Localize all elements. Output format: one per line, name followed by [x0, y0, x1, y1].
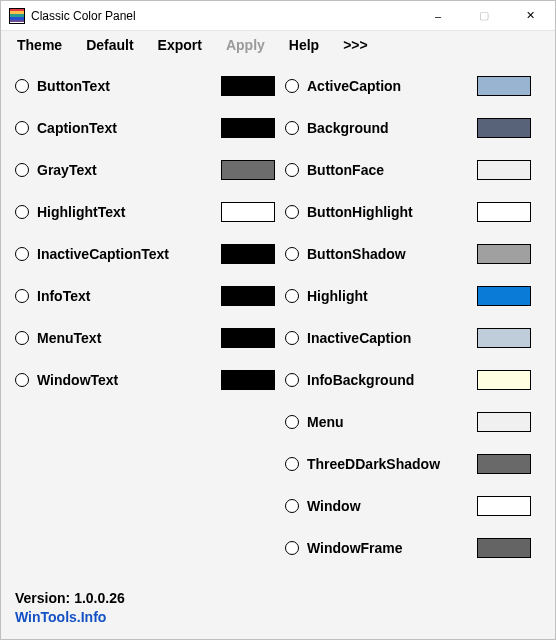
radio-inactivecaption[interactable] — [285, 331, 299, 345]
swatch-inactivecaptiontext[interactable] — [221, 244, 275, 264]
radio-menutext[interactable] — [15, 331, 29, 345]
label-buttonhighlight: ButtonHighlight — [307, 204, 413, 220]
titlebar: Classic Color Panel – ▢ ✕ — [1, 1, 555, 31]
radio-highlight[interactable] — [285, 289, 299, 303]
swatch-menu[interactable] — [477, 412, 531, 432]
menu-export[interactable]: Export — [148, 33, 212, 57]
swatch-buttonhighlight[interactable] — [477, 202, 531, 222]
label-infobackground: InfoBackground — [307, 372, 414, 388]
radio-infobackground[interactable] — [285, 373, 299, 387]
swatch-highlight[interactable] — [477, 286, 531, 306]
label-menutext: MenuText — [37, 330, 101, 346]
radio-windowtext[interactable] — [15, 373, 29, 387]
radio-activecaption[interactable] — [285, 79, 299, 93]
label-highlight: Highlight — [307, 288, 368, 304]
color-row-threeddarkshadow: ThreeDDarkShadow — [285, 443, 541, 485]
swatch-windowtext[interactable] — [221, 370, 275, 390]
label-highlighttext: HighlightText — [37, 204, 125, 220]
radio-threeddarkshadow[interactable] — [285, 457, 299, 471]
color-row-buttonshadow: ButtonShadow — [285, 233, 541, 275]
color-row-buttonface: ButtonFace — [285, 149, 541, 191]
label-menu: Menu — [307, 414, 344, 430]
label-buttontext: ButtonText — [37, 78, 110, 94]
label-graytext: GrayText — [37, 162, 97, 178]
menubar: ThemeDefaultExportApplyHelp>>> — [1, 31, 555, 59]
radio-window[interactable] — [285, 499, 299, 513]
radio-buttonshadow[interactable] — [285, 247, 299, 261]
color-row-captiontext: CaptionText — [15, 107, 285, 149]
color-row-buttonhighlight: ButtonHighlight — [285, 191, 541, 233]
label-activecaption: ActiveCaption — [307, 78, 401, 94]
label-windowtext: WindowText — [37, 372, 118, 388]
content-area: ButtonTextCaptionTextGrayTextHighlightTe… — [1, 59, 555, 639]
radio-buttonface[interactable] — [285, 163, 299, 177]
color-row-infobackground: InfoBackground — [285, 359, 541, 401]
swatch-infotext[interactable] — [221, 286, 275, 306]
swatch-inactivecaption[interactable] — [477, 328, 531, 348]
label-threeddarkshadow: ThreeDDarkShadow — [307, 456, 440, 472]
swatch-menutext[interactable] — [221, 328, 275, 348]
color-row-menutext: MenuText — [15, 317, 285, 359]
website-link[interactable]: WinTools.Info — [15, 608, 125, 627]
radio-highlighttext[interactable] — [15, 205, 29, 219]
label-infotext: InfoText — [37, 288, 90, 304]
radio-menu[interactable] — [285, 415, 299, 429]
footer: Version: 1.0.0.26 WinTools.Info — [15, 589, 125, 627]
app-icon — [9, 8, 25, 24]
radio-inactivecaptiontext[interactable] — [15, 247, 29, 261]
label-inactivecaption: InactiveCaption — [307, 330, 411, 346]
radio-infotext[interactable] — [15, 289, 29, 303]
swatch-highlighttext[interactable] — [221, 202, 275, 222]
radio-windowframe[interactable] — [285, 541, 299, 555]
color-row-graytext: GrayText — [15, 149, 285, 191]
swatch-graytext[interactable] — [221, 160, 275, 180]
menu-help[interactable]: Help — [279, 33, 329, 57]
label-window: Window — [307, 498, 361, 514]
swatch-captiontext[interactable] — [221, 118, 275, 138]
color-row-infotext: InfoText — [15, 275, 285, 317]
radio-buttonhighlight[interactable] — [285, 205, 299, 219]
color-row-background: Background — [285, 107, 541, 149]
swatch-buttonface[interactable] — [477, 160, 531, 180]
swatch-window[interactable] — [477, 496, 531, 516]
swatch-windowframe[interactable] — [477, 538, 531, 558]
right-column: ActiveCaptionBackgroundButtonFaceButtonH… — [285, 65, 541, 631]
menu-apply: Apply — [216, 33, 275, 57]
maximize-button: ▢ — [461, 1, 507, 31]
menu-theme[interactable]: Theme — [7, 33, 72, 57]
color-row-highlight: Highlight — [285, 275, 541, 317]
color-row-highlighttext: HighlightText — [15, 191, 285, 233]
window-title: Classic Color Panel — [31, 9, 136, 23]
swatch-buttontext[interactable] — [221, 76, 275, 96]
color-row-buttontext: ButtonText — [15, 65, 285, 107]
color-row-inactivecaption: InactiveCaption — [285, 317, 541, 359]
color-row-inactivecaptiontext: InactiveCaptionText — [15, 233, 285, 275]
menu-default[interactable]: Default — [76, 33, 143, 57]
color-row-menu: Menu — [285, 401, 541, 443]
radio-graytext[interactable] — [15, 163, 29, 177]
menu--[interactable]: >>> — [333, 33, 378, 57]
version-label: Version: 1.0.0.26 — [15, 589, 125, 608]
color-row-activecaption: ActiveCaption — [285, 65, 541, 107]
label-buttonface: ButtonFace — [307, 162, 384, 178]
label-captiontext: CaptionText — [37, 120, 117, 136]
minimize-button[interactable]: – — [415, 1, 461, 31]
swatch-threeddarkshadow[interactable] — [477, 454, 531, 474]
color-row-windowframe: WindowFrame — [285, 527, 541, 569]
color-row-window: Window — [285, 485, 541, 527]
swatch-activecaption[interactable] — [477, 76, 531, 96]
label-windowframe: WindowFrame — [307, 540, 403, 556]
color-row-windowtext: WindowText — [15, 359, 285, 401]
swatch-background[interactable] — [477, 118, 531, 138]
radio-buttontext[interactable] — [15, 79, 29, 93]
left-column: ButtonTextCaptionTextGrayTextHighlightTe… — [15, 65, 285, 631]
swatch-buttonshadow[interactable] — [477, 244, 531, 264]
label-buttonshadow: ButtonShadow — [307, 246, 406, 262]
swatch-infobackground[interactable] — [477, 370, 531, 390]
radio-background[interactable] — [285, 121, 299, 135]
label-inactivecaptiontext: InactiveCaptionText — [37, 246, 169, 262]
label-background: Background — [307, 120, 389, 136]
radio-captiontext[interactable] — [15, 121, 29, 135]
close-button[interactable]: ✕ — [507, 1, 553, 31]
